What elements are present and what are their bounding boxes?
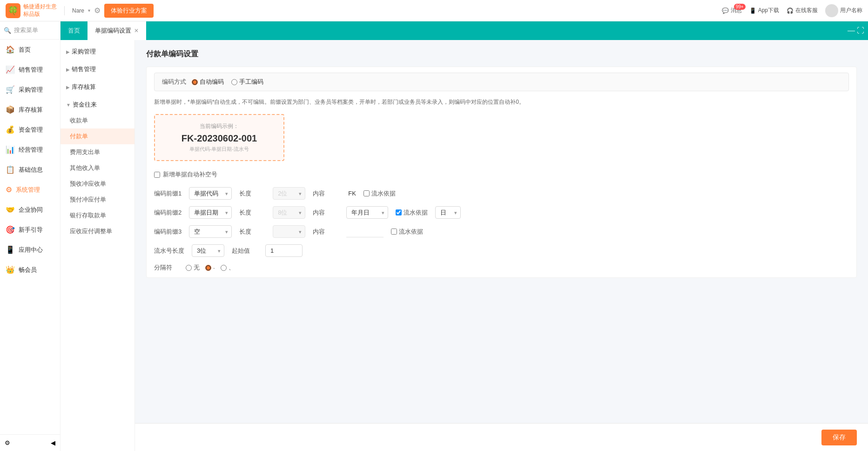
sub-item-payment[interactable]: 付款单 <box>61 128 135 144</box>
separator-dash-option[interactable]: 、 <box>221 263 235 272</box>
tab-minimize-icon[interactable]: — <box>848 27 855 35</box>
prefix1-length-select[interactable]: 2位 <box>273 187 305 200</box>
sidebar-item-member[interactable]: 👑 畅会员 <box>0 260 60 280</box>
separator-dot-option[interactable]: · <box>205 264 215 271</box>
prefix3-row: 编码前缀3 空 单据代码 部门 业务员 长度 <box>154 225 849 238</box>
prefix2-row: 编码前缀2 单据日期 部门 业务员 空 长度 <box>154 206 849 219</box>
info-text: 新增单据时，*单据编码*自动生成，不可编辑。前缀设置为部门、业务员等档案类，开单… <box>154 98 849 107</box>
sub-item-payable-adj[interactable]: 应收应付调整单 <box>61 223 135 239</box>
app-download-item[interactable]: 📱 App下载 <box>749 7 779 14</box>
company-dropdown-arrow[interactable]: ▾ <box>88 8 90 13</box>
sidebar-item-sales[interactable]: 📈 销售管理 <box>0 60 60 80</box>
sidebar-item-purchase[interactable]: 🛒 采购管理 <box>0 80 60 100</box>
manual-encode-radio[interactable] <box>231 79 237 85</box>
tab-close-icon[interactable]: ✕ <box>134 27 139 34</box>
trial-button[interactable]: 体验行业方案 <box>104 4 154 18</box>
sidebar-item-system[interactable]: ⚙ 系统管理 <box>0 180 60 200</box>
prefix3-length-select[interactable] <box>273 225 305 238</box>
top-bar-left: 🍀 畅捷通好生意 标品版 Nare ▾ ⚙ 体验行业方案 <box>6 3 154 18</box>
sidebar-item-inventory[interactable]: 📦 库存核算 <box>0 100 60 120</box>
sub-group-stock-title[interactable]: ▶ 库存核算 <box>61 79 135 95</box>
serial-start-input[interactable] <box>265 244 303 257</box>
tab-home[interactable]: 首页 <box>61 21 87 40</box>
prefix1-stream-checkbox[interactable] <box>363 190 370 196</box>
tab-encoding-label: 单据编码设置 <box>95 27 131 35</box>
sidebar-search-label: 搜索菜单 <box>14 26 38 34</box>
sidebar-item-label-basic: 基础信息 <box>19 166 43 174</box>
prefix2-stream-checkbox[interactable] <box>396 209 402 215</box>
avatar <box>825 4 838 17</box>
sub-group-capital-title[interactable]: ▼ 资金往来 <box>61 97 135 113</box>
sidebar-item-label-enterprise: 企业协同 <box>19 206 43 214</box>
app-download-label: App下载 <box>758 7 779 14</box>
prefix1-stream-wrapper: 流水依据 <box>363 189 396 198</box>
sub-item-bank-deposit[interactable]: 银行存取款单 <box>61 208 135 223</box>
messages-item[interactable]: 💬 消息 99+ <box>722 7 742 14</box>
right-section: 首页 单据编码设置 ✕ — ⛶ ▶ 采购管理 <box>61 21 868 451</box>
company-name: Nare <box>72 7 84 14</box>
sidebar-item-label-guide: 新手引导 <box>19 226 43 234</box>
sub-item-receipt[interactable]: 收款单 <box>61 113 135 128</box>
separator-none-option[interactable]: 无 <box>186 263 200 272</box>
prefix3-length-wrapper <box>273 225 305 238</box>
manual-encode-option[interactable]: 手工编码 <box>231 78 263 86</box>
sidebar-settings-icon[interactable]: ⚙ <box>5 439 10 446</box>
separator-dash-radio[interactable] <box>221 265 227 271</box>
prefix3-select[interactable]: 空 单据代码 部门 业务员 <box>189 225 232 238</box>
prefix2-content-select[interactable]: 年月日 年月 年 <box>346 206 388 219</box>
capital-icon: 💰 <box>6 125 15 134</box>
sidebar-search[interactable]: 🔍 搜索菜单 <box>0 21 60 40</box>
prefix1-select[interactable]: 单据代码 部门 业务员 空 <box>189 187 232 200</box>
sidebar-item-capital[interactable]: 💰 资金管理 <box>0 120 60 140</box>
encoding-method-section: 编码方式 自动编码 手工编码 <box>146 67 857 278</box>
encoding-radio-group: 自动编码 手工编码 <box>192 78 263 86</box>
sidebar-item-enterprise[interactable]: 🤝 企业协同 <box>0 200 60 220</box>
auto-encode-label: 自动编码 <box>200 78 224 86</box>
prefix2-select[interactable]: 单据日期 部门 业务员 空 <box>189 206 232 219</box>
online-service-item[interactable]: 🎧 在线客服 <box>787 7 818 14</box>
serial-length-select[interactable]: 3位 4位 5位 6位 <box>192 244 224 257</box>
home-icon: 🏠 <box>6 45 15 54</box>
search-icon: 🔍 <box>4 27 11 34</box>
auto-encode-radio[interactable] <box>192 79 198 85</box>
separator-dot-radio[interactable] <box>205 265 211 271</box>
sub-item-prepay-payable[interactable]: 预付冲应付单 <box>61 192 135 208</box>
online-service-label: 在线客服 <box>795 7 818 14</box>
sub-group-purchase-label: 采购管理 <box>72 47 96 56</box>
prefix2-day-select[interactable]: 日 周 月 <box>435 206 461 219</box>
auto-fill-checkbox[interactable] <box>154 172 160 178</box>
sub-sidebar: ▶ 采购管理 ▶ 销售管理 ▶ 库存核算 <box>61 40 135 451</box>
prefix2-length-select[interactable]: 8位 <box>273 206 305 219</box>
sub-group-sales: ▶ 销售管理 <box>61 61 135 77</box>
sub-group-purchase-title[interactable]: ▶ 采购管理 <box>61 44 135 60</box>
sub-group-sales-title[interactable]: ▶ 销售管理 <box>61 61 135 77</box>
sub-item-other-income[interactable]: 其他收入单 <box>61 160 135 176</box>
tab-maximize-icon[interactable]: ⛶ <box>857 27 864 35</box>
app-download-icon: 📱 <box>749 7 756 14</box>
sub-item-prepay-receivable[interactable]: 预收冲应收单 <box>61 176 135 192</box>
sidebar-collapse-icon[interactable]: ◀ <box>51 439 55 446</box>
user-item[interactable]: 用户名称 <box>825 4 862 17</box>
sub-group-purchase: ▶ 采购管理 <box>61 44 135 60</box>
prefix1-stream-label: 流水依据 <box>371 189 396 198</box>
sidebar-item-operation[interactable]: 📊 经营管理 <box>0 140 60 160</box>
sidebar-item-guide[interactable]: 🎯 新手引导 <box>0 220 60 240</box>
prefix2-content-wrapper: 年月日 年月 年 <box>346 206 388 219</box>
guide-icon: 🎯 <box>6 225 15 234</box>
auto-encode-option[interactable]: 自动编码 <box>192 78 224 86</box>
settings-icon[interactable]: ⚙ <box>94 6 101 15</box>
separator-none-radio[interactable] <box>186 265 192 271</box>
sidebar-item-home[interactable]: 🏠 首页 <box>0 40 60 60</box>
prefix3-content-input[interactable] <box>346 226 384 237</box>
sub-item-expense[interactable]: 费用支出单 <box>61 144 135 160</box>
save-button[interactable]: 保存 <box>821 430 857 445</box>
prefix3-select-wrapper: 空 单据代码 部门 业务员 <box>189 225 232 238</box>
prefix3-stream-checkbox[interactable] <box>391 229 397 235</box>
sidebar-item-basic[interactable]: 📋 基础信息 <box>0 160 60 180</box>
sub-group-sales-label: 销售管理 <box>72 65 96 74</box>
tab-encoding[interactable]: 单据编码设置 ✕ <box>87 21 146 40</box>
sub-group-stock-label: 库存核算 <box>72 83 96 91</box>
sidebar-item-appcenter[interactable]: 📱 应用中心 <box>0 240 60 260</box>
prefix1-content-value: FK <box>348 190 356 197</box>
chevron-right-icon: ▶ <box>66 49 70 54</box>
